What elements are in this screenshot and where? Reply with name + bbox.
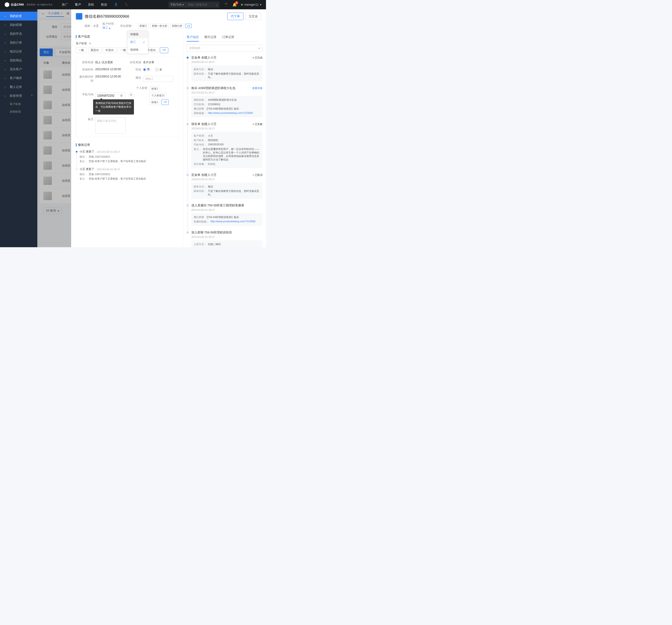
status-dot bbox=[241, 4, 243, 6]
personal-tag[interactable]: 标签1 bbox=[149, 100, 160, 105]
timeline-dot bbox=[187, 87, 189, 89]
customer-tag[interactable]: 中意向 bbox=[103, 47, 116, 53]
phone-tooltip: 查询到此手机号码在系统中已存在，可以将两条客户数据合并为一条 bbox=[93, 99, 134, 115]
copy-icon[interactable]: ⧉ bbox=[129, 93, 134, 97]
tags-label: 客户标签 bbox=[76, 42, 87, 46]
timeline-item: 定金单 创建人小王已取消2020/01/30 01:38:27跟单方式：电话跟单… bbox=[187, 173, 263, 203]
search-icon[interactable]: ⌕ bbox=[214, 3, 220, 6]
timeline-item: 报名单 创建人小王已失败2020/01/30 01:38:27客户经理：小王客户… bbox=[187, 122, 263, 173]
customer-tag[interactable]: 高意向 bbox=[88, 47, 101, 53]
detail-link[interactable]: 查看详情 bbox=[252, 86, 263, 90]
sidebar-item[interactable]: ○标签管理⌃ bbox=[0, 92, 37, 100]
sidebar-icon: ○ bbox=[4, 68, 7, 71]
timeline-date: 2021/01/30 01:38:27 bbox=[191, 208, 263, 211]
sidebar-item[interactable]: ○电话记录 bbox=[0, 47, 37, 56]
timeline-date: 2021/01/30 01:38:27 bbox=[191, 235, 263, 238]
last-chat-value: 2021/09/10 12:00:00 bbox=[95, 75, 121, 78]
timeline-title: 进入直播间 759-59班第三期理财直播课 bbox=[191, 203, 244, 207]
manager-select[interactable]: 张三 ▴ bbox=[102, 26, 116, 30]
personal-tag[interactable]: 标签1 bbox=[149, 86, 160, 92]
link[interactable]: http://www.yunduoketang.com/?123456 bbox=[208, 111, 253, 114]
sidebar-icon: ○ bbox=[4, 50, 7, 53]
timeline-item: 进入直播间 759-59班第三期理财直播课2021/01/30 01:38:27… bbox=[187, 203, 263, 230]
sidebar-sub-item[interactable]: 客户标签 bbox=[0, 100, 37, 108]
topnav-icon[interactable]: 👤 bbox=[114, 3, 118, 7]
edit-icon[interactable]: ✎ bbox=[89, 42, 91, 45]
sidebar-item[interactable]: ○我的群聊 bbox=[0, 21, 37, 29]
timeline-title: 购买 4399理财课进阶课程大礼包 bbox=[191, 86, 235, 90]
activity-tab[interactable]: 聊天记录 bbox=[205, 33, 217, 42]
group-tag[interactable]: 群聊一群大群 bbox=[150, 24, 169, 28]
customer-icon: 👤 bbox=[76, 13, 82, 20]
group-tag[interactable]: 群聊三 bbox=[138, 24, 149, 28]
sidebar-item[interactable]: ○删人记录 bbox=[0, 82, 37, 92]
timeline-dot bbox=[187, 57, 189, 58]
order-button[interactable]: 代下单 bbox=[227, 12, 243, 20]
topnav-item[interactable]: 客户 bbox=[75, 3, 81, 7]
activity-tab[interactable]: 客户动态 bbox=[187, 33, 199, 42]
username: manager11 bbox=[244, 3, 259, 6]
timeline-card: 跟单方式：电话跟单内容：只是了解在线教育方面的信息，暂时无购买意向。 bbox=[191, 183, 263, 199]
check-icon: ✓ bbox=[143, 41, 145, 44]
search-input[interactable] bbox=[186, 3, 214, 6]
personal-tag[interactable]: 个人标签12 bbox=[149, 93, 167, 98]
phone-input[interactable] bbox=[95, 93, 119, 98]
sidebar-item[interactable]: ○我的学员 bbox=[0, 29, 37, 38]
timeline-item: 购买 4399理财课进阶课程大礼包查看详情2021/01/30 01:38:27… bbox=[187, 86, 263, 122]
timeline-date: 2020/01/30 01:38:27 bbox=[191, 178, 263, 181]
phone-lookup-icon[interactable]: ⊞ bbox=[119, 94, 124, 97]
dropdown-option[interactable]: 师馨薇 bbox=[127, 30, 148, 38]
deposit-button[interactable]: 交定金 bbox=[245, 12, 261, 20]
timeline-date: 2020/01/30 01:38:27 bbox=[191, 127, 263, 130]
sidebar-item[interactable]: ○我的订单 bbox=[0, 38, 37, 47]
dropdown-option[interactable]: 俱保咏 bbox=[127, 46, 148, 54]
sidebar: ○我的好友○我的群聊○我的学员○我的订单○电话记录○我的商品○流失客户○客户继承… bbox=[0, 9, 37, 247]
customer-tag[interactable]: 一般 bbox=[76, 47, 87, 53]
friend-source-value: 名片分享 bbox=[143, 60, 154, 65]
activity-filter-select[interactable]: 全部动态▾ bbox=[187, 45, 263, 52]
sidebar-icon: ○ bbox=[4, 59, 7, 62]
search-type-label: 手机号码 bbox=[170, 3, 182, 7]
chevron-down-icon: ▾ bbox=[259, 47, 260, 50]
topbar: 云朵CRM 教育机构一站 式服务云平台 推广客户质检数据👤📞 手机号码 ▾ ⌕ … bbox=[0, 0, 266, 9]
chevron-down-icon: ▾ bbox=[183, 3, 184, 6]
activity-tab[interactable]: 订单记录 bbox=[222, 33, 234, 42]
group-tag[interactable]: 群聊六群 bbox=[170, 24, 184, 28]
timeline-item: 加入群聊 759-59班理财训练营2021/01/30 01:38:27入群方式… bbox=[187, 230, 263, 247]
group-more-tag[interactable]: +4 bbox=[185, 24, 192, 28]
ptag-more[interactable]: +4 bbox=[162, 100, 169, 105]
timeline-title: 定金单 创建人小王 bbox=[191, 173, 217, 177]
timeline-card: 入群方式：扫描二维码 bbox=[191, 240, 263, 247]
sidebar-item[interactable]: ○我的好友 bbox=[0, 12, 37, 21]
search-type-select[interactable]: 手机号码 ▾ bbox=[168, 3, 186, 7]
sidebar-item[interactable]: ○我的商品 bbox=[0, 56, 37, 65]
sidebar-icon: ○ bbox=[4, 32, 7, 35]
user-menu[interactable]: manager11 ▾ bbox=[241, 3, 261, 6]
phone-header-icon[interactable]: 📱 bbox=[224, 3, 228, 7]
topnav-item[interactable]: 质检 bbox=[88, 3, 94, 7]
sidebar-item[interactable]: ○客户继承 bbox=[0, 74, 37, 82]
logo-subtitle: 教育机构一站 式服务云平台 bbox=[25, 3, 53, 6]
gender-male-radio[interactable]: 男 bbox=[143, 68, 150, 72]
customer-drawer: 👤 微信名称6789990000966 代下单 交定金 昵称：小王 客户经理： … bbox=[71, 9, 266, 247]
remark-textarea[interactable] bbox=[95, 117, 125, 134]
gender-female-radio[interactable]: 女 bbox=[155, 68, 162, 72]
chevron-down-icon: ▾ bbox=[260, 3, 261, 6]
timeline-card: 课程名称：4399理财课进阶课大礼包已付款项：2218989元通过群聊【759-… bbox=[191, 96, 263, 117]
wechat-input[interactable] bbox=[143, 76, 173, 82]
notification-icon[interactable]: 🔔5 bbox=[233, 3, 237, 7]
topnav-icon[interactable]: 📞 bbox=[125, 3, 128, 7]
changelog-item: 小王 更新了2021/01/30 01:38:27微信：空值-136721828… bbox=[76, 150, 178, 163]
topnav-item[interactable]: 数据 bbox=[101, 3, 107, 7]
sidebar-sub-item[interactable]: 群聊标签 bbox=[0, 108, 37, 116]
sidebar-item[interactable]: ○流失客户 bbox=[0, 65, 37, 74]
dropdown-option[interactable]: 张三✓ bbox=[127, 38, 148, 46]
nickname-value: 小王 bbox=[93, 24, 99, 27]
link[interactable]: http://www.yunduoketang.com/?123456 bbox=[211, 220, 256, 223]
topnav-item[interactable]: 推广 bbox=[62, 3, 68, 7]
sidebar-icon: ○ bbox=[4, 15, 7, 18]
timeline-title: 定金单 创建人小王 bbox=[191, 55, 217, 60]
source-value: 线上-北京昱新 bbox=[95, 60, 113, 65]
timeline-status: 已取消 bbox=[253, 173, 263, 177]
tag-more[interactable]: +4 bbox=[160, 47, 168, 53]
